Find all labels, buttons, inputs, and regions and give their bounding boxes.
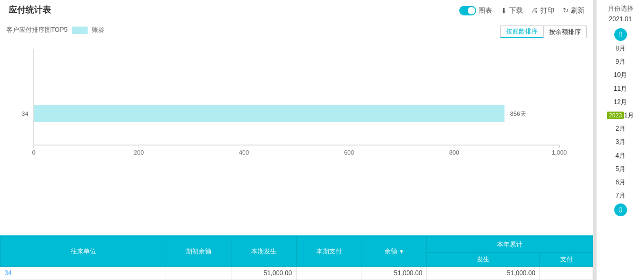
col-header-current-pay: 本期支付 xyxy=(296,237,362,267)
balance-sort-icon: ▼ xyxy=(399,249,404,254)
month-7[interactable]: 7月 xyxy=(597,189,644,202)
data-table: 往来单位 期初余额 本期发生 本期支付 余额 ▼ 本年累计 发生 支付 xyxy=(0,236,593,280)
sidebar-up-button[interactable]: ⇧ xyxy=(614,28,627,41)
svg-text:1,000: 1,000 xyxy=(552,149,566,156)
sidebar-down-button[interactable]: ⇩ xyxy=(614,203,627,216)
svg-text:400: 400 xyxy=(239,149,249,156)
unit-link[interactable]: 34 xyxy=(5,269,12,277)
sidebar-title: 月份选择 xyxy=(608,4,633,13)
col-header-opening: 期初余额 xyxy=(166,237,231,267)
right-sidebar: 月份选择 2021.01 ⇧ 8月 9月 10月 11月 12月 2023 1月… xyxy=(596,0,644,280)
table-header: 往来单位 期初余额 本期发生 本期支付 余额 ▼ 本年累计 xyxy=(1,237,593,253)
bar-chart: 34 856天 0 200 400 600 800 1,000 xyxy=(6,39,587,188)
print-icon: 🖨 xyxy=(531,6,538,14)
download-button[interactable]: ⬇ 下载 xyxy=(501,6,523,15)
print-button[interactable]: 🖨 打印 xyxy=(531,6,554,15)
cell-ytd-occur: 51,000.00 xyxy=(427,267,540,280)
month-2[interactable]: 2月 xyxy=(597,122,644,135)
legend-text: 账龄 xyxy=(92,26,105,35)
bar-rect xyxy=(34,105,505,122)
month-9[interactable]: 9月 xyxy=(597,55,644,69)
header-actions: 图表 ⬇ 下载 🖨 打印 ↻ 刷新 xyxy=(459,6,585,15)
y-axis-label: 34 xyxy=(22,111,29,117)
refresh-icon: ↻ xyxy=(563,6,569,14)
month-11[interactable]: 11月 xyxy=(597,82,644,96)
col-header-current-occur: 本期发生 xyxy=(231,237,297,267)
refresh-button[interactable]: ↻ 刷新 xyxy=(563,6,585,15)
month-4[interactable]: 4月 xyxy=(597,149,644,163)
page-header: 应付统计表 图表 ⬇ 下载 🖨 打印 ↻ 刷新 xyxy=(0,0,593,21)
sort-by-balance-button[interactable]: 按账龄排序 xyxy=(500,26,543,38)
cell-current-pay xyxy=(296,267,362,280)
sort-buttons: 按账龄排序 按余额排序 xyxy=(500,26,587,38)
download-icon: ⬇ xyxy=(501,6,507,15)
cell-opening xyxy=(166,267,231,280)
cell-unit: 34 xyxy=(1,267,166,280)
refresh-label: 刷新 xyxy=(571,6,585,15)
col-subheader-ytd-occur: 发生 xyxy=(427,253,540,267)
table-row: 34 51,000.00 51,000.00 51,000.00 xyxy=(1,267,593,280)
month-1[interactable]: 1月 xyxy=(624,109,634,122)
sort-by-amount-button[interactable]: 按余额排序 xyxy=(543,26,587,38)
legend-title: 客户应付排序图TOP5 xyxy=(6,26,67,35)
cell-current-occur: 51,000.00 xyxy=(231,267,297,280)
print-label: 打印 xyxy=(540,6,554,15)
chart-svg: 34 856天 0 200 400 600 800 1,000 xyxy=(6,39,587,177)
col-header-balance: 余额 ▼ xyxy=(362,237,427,267)
month-5[interactable]: 5月 xyxy=(597,163,644,176)
svg-text:800: 800 xyxy=(449,149,459,156)
svg-text:200: 200 xyxy=(134,149,144,156)
toggle-switch-icon[interactable] xyxy=(459,6,476,15)
svg-text:600: 600 xyxy=(344,149,354,156)
year-badge: 2023 xyxy=(607,112,624,119)
col-header-unit: 往来单位 xyxy=(1,237,166,267)
year-badge-row: 2023 1月 xyxy=(597,109,644,122)
col-header-ytd: 本年累计 xyxy=(427,237,593,253)
download-label: 下载 xyxy=(509,6,523,15)
month-6[interactable]: 6月 xyxy=(597,176,644,189)
col-subheader-ytd-pay: 支付 xyxy=(540,253,593,267)
month-8[interactable]: 8月 xyxy=(597,42,644,55)
chart-label: 图表 xyxy=(478,6,492,15)
month-12[interactable]: 12月 xyxy=(597,96,644,109)
month-10[interactable]: 10月 xyxy=(597,69,644,82)
sidebar-months: 8月 9月 10月 11月 12月 2023 1月 2月 3月 4月 5月 6月… xyxy=(597,42,644,202)
page-title: 应付统计表 xyxy=(8,5,51,16)
sidebar-date: 2021.01 xyxy=(609,15,632,23)
month-3[interactable]: 3月 xyxy=(597,135,644,149)
cell-balance: 51,000.00 xyxy=(362,267,427,280)
svg-text:0: 0 xyxy=(32,149,35,156)
chart-toggle[interactable]: 图表 xyxy=(459,6,492,15)
chart-section: 客户应付排序图TOP5 账龄 按账龄排序 按余额排序 34 856天 xyxy=(0,21,593,235)
table-section: 往来单位 期初余额 本期发生 本期支付 余额 ▼ 本年累计 发生 支付 xyxy=(0,235,593,280)
cell-ytd-pay xyxy=(540,267,593,280)
bar-end-label: 856天 xyxy=(510,111,526,117)
legend-box xyxy=(72,27,88,34)
